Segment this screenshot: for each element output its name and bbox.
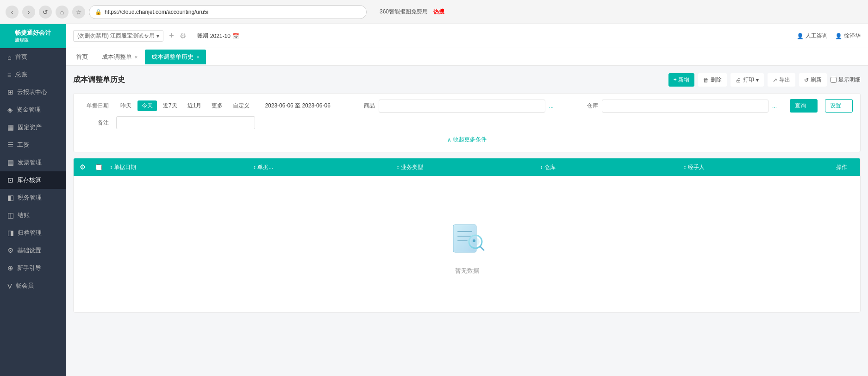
sidebar-label-tax: 税务管理 [18,194,42,202]
filter-row-1: 单据日期 昨天 今天 近7天 近1月 更多 自定义 2023-06-06 至 2… [81,99,853,113]
sidebar-item-invoices[interactable]: ▤ 发票管理 [0,154,66,171]
print-dropdown-icon: ▾ [756,77,759,83]
hot-badge: 热搜 [433,8,444,16]
sidebar-label-payroll: 工资 [17,141,29,149]
empty-state: 暂无数据 [74,176,860,312]
new-button-label: + 新增 [674,76,689,84]
sidebar-item-vip[interactable]: V 畅会员 [0,277,66,295]
date-btn-1month[interactable]: 近1月 [183,100,206,111]
sidebar-item-tax[interactable]: ◧ 税务管理 [0,189,66,207]
user-avatar-icon: 👤 [835,33,842,39]
customer-service-button[interactable]: 👤 人工咨询 [797,32,828,40]
filter-settings-button[interactable]: 设置 [825,99,853,113]
export-button[interactable]: ↗ 导出 [768,73,795,87]
logo-main: 畅捷通好会计 [15,29,51,37]
bookmark-button[interactable]: ☆ [72,6,85,19]
refresh-button[interactable]: ↺ [39,6,52,19]
tab-cost-adjust-close[interactable]: × [135,54,137,60]
sidebar-item-guide[interactable]: ⊕ 新手引导 [0,259,66,277]
export-icon: ↗ [773,77,777,83]
collapse-button[interactable]: ∧ 收起更多条件 [440,133,494,146]
tab-cost-adjust-history[interactable]: 成本调整单历史 × [145,50,206,64]
username: 徐泽华 [844,32,861,40]
url-text: https://cloud.chanjet.com/accounting/uru… [105,9,208,15]
page-title: 成本调整单历史 [73,75,668,85]
back-button[interactable]: ‹ [6,6,19,19]
filter-section: 单据日期 昨天 今天 近7天 近1月 更多 自定义 2023-06-06 至 2… [73,93,861,152]
print-button[interactable]: 🖨 打印 ▾ [731,73,764,87]
add-workspace-button[interactable]: + [169,31,174,41]
goods-more-button[interactable]: ... [549,103,554,109]
reports-icon: ⊞ [7,88,13,96]
display-toggle[interactable]: 显示明细 [831,76,861,84]
settings-icon: ⚙ [7,246,13,255]
sidebar-label-reports: 云报表中心 [17,88,47,96]
delete-button[interactable]: 🗑 删除 [698,73,727,87]
sidebar-item-ledger[interactable]: ≡ 总账 [0,66,66,83]
th-biz-type[interactable]: ↕ 业务类型 [393,163,537,171]
th-handler[interactable]: ↕ 经手人 [680,163,823,171]
tab-cost-adjust-history-label: 成本调整单历史 [151,53,194,61]
date-btn-today[interactable]: 今天 [137,100,157,111]
sidebar-item-inventory[interactable]: ⊡ 库存核算 [0,171,66,189]
url-bar[interactable]: 🔒 https://cloud.chanjet.com/accounting/u… [89,5,367,19]
fixed-assets-icon: ▦ [7,123,14,132]
tab-cost-adjust[interactable]: 成本调整单 × [95,50,144,64]
goods-filter-input[interactable] [379,100,545,113]
lock-icon: 🔒 [95,9,102,15]
date-btn-yesterday[interactable]: 昨天 [116,100,136,111]
user-profile[interactable]: 👤 徐泽华 [835,32,861,40]
date-range-display: 2023-06-06 至 2023-06-06 [265,102,330,110]
warehouse-filter-input[interactable] [602,100,768,113]
home-button[interactable]: ⌂ [56,6,69,19]
th-handler-label: ↕ 经手人 [683,163,704,171]
table-select-all[interactable] [91,164,106,170]
service-icon: 👤 [797,33,804,39]
table-settings-icon[interactable]: ⚙ [74,163,91,171]
date-btn-custom[interactable]: 自定义 [229,100,254,111]
header-period: 账期 2021-10 📅 [197,32,239,40]
select-all-checkbox[interactable] [96,164,102,170]
filter-row-2: 备注 [81,116,853,129]
th-number[interactable]: ↕ 单据... [250,163,393,171]
workspace-selector[interactable]: (勿删勿禁用) 江西服宝测试专用 ▾ [73,30,163,42]
header-right: 👤 人工咨询 👤 徐泽华 [797,32,861,40]
tab-home[interactable]: 首页 [69,50,94,64]
tab-cost-adjust-history-close[interactable]: × [196,54,199,60]
query-button[interactable]: 查询 [790,99,818,113]
calendar-icon[interactable]: 📅 [232,33,239,39]
new-button[interactable]: + 新增 [668,73,694,87]
sidebar-label-home: 首页 [15,53,27,61]
sidebar-logo: 畅捷通好会计 旗舰版 [0,24,66,48]
sidebar-item-closing[interactable]: ◫ 结账 [0,207,66,224]
sidebar-item-archive[interactable]: ◨ 归档管理 [0,224,66,242]
closing-icon: ◫ [7,211,14,219]
sidebar-item-reports[interactable]: ⊞ 云报表中心 [0,83,66,101]
th-warehouse-label: ↕ 仓库 [540,163,555,171]
remark-input[interactable] [116,116,255,129]
sidebar-item-settings[interactable]: ⚙ 基础设置 [0,242,66,259]
sidebar-item-funds[interactable]: ◈ 资金管理 [0,101,66,119]
sidebar-item-payroll[interactable]: ☰ 工资 [0,136,66,154]
refresh-button[interactable]: ↺ 刷新 [799,73,827,87]
remark-label: 备注 [81,119,109,127]
vip-icon: V [7,282,12,290]
sidebar-label-funds: 资金管理 [17,106,41,114]
th-warehouse[interactable]: ↕ 仓库 [536,163,680,171]
sidebar-item-fixed-assets[interactable]: ▦ 固定资产 [0,119,66,136]
page-body: 成本调整单历史 + 新增 🗑 删除 🖨 打印 ▾ ↗ [66,66,868,376]
filter-settings-label: 设置 [830,102,841,110]
export-button-label: 导出 [779,76,790,84]
main-content: (勿删勿禁用) 江西服宝测试专用 ▾ + ⚙ 账期 2021-10 📅 👤 人工… [66,24,868,376]
display-toggle-checkbox[interactable] [831,77,837,83]
delete-icon: 🗑 [703,77,709,83]
main-sidebar: 畅捷通好会计 旗舰版 ⌂ 首页 ≡ 总账 ⊞ 云报表中心 ◈ 资金管理 ▦ 固定… [0,24,66,376]
settings-gear-icon[interactable]: ⚙ [180,31,186,40]
forward-button[interactable]: › [22,6,35,19]
sidebar-item-home[interactable]: ⌂ 首页 [0,48,66,66]
warehouse-more-button[interactable]: ... [772,103,777,109]
th-date[interactable]: ↕ 单据日期 [106,163,250,171]
date-btn-more[interactable]: 更多 [207,100,227,111]
collapse-up-icon: ∧ [447,137,451,143]
date-btn-7days[interactable]: 近7天 [159,100,181,111]
